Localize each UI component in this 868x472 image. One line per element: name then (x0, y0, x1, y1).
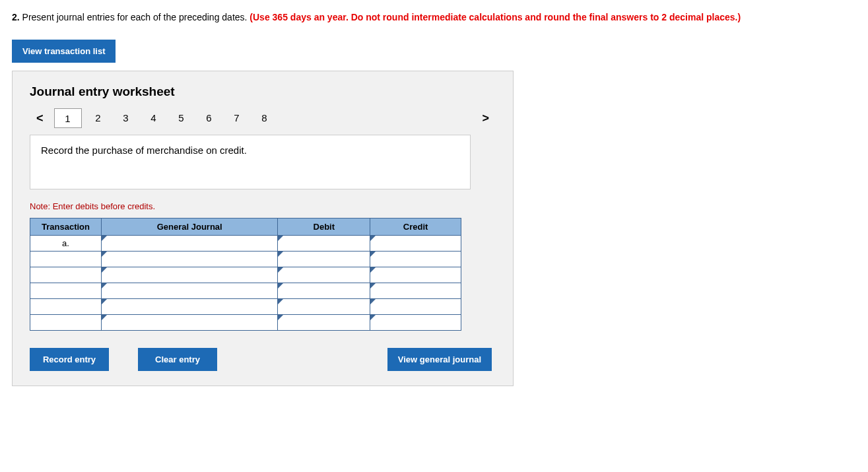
cell-general-journal[interactable] (101, 252, 278, 267)
pager-tab-2[interactable]: 2 (84, 108, 112, 128)
col-header-debit: Debit (278, 219, 370, 236)
cell-transaction[interactable] (30, 299, 102, 315)
pager-next-icon[interactable]: > (475, 109, 496, 128)
col-header-credit: Credit (370, 219, 461, 236)
cell-transaction[interactable] (30, 252, 102, 267)
cell-general-journal[interactable] (101, 315, 278, 331)
col-header-transaction: Transaction (30, 219, 102, 236)
pager-tab-4[interactable]: 4 (140, 108, 168, 128)
cell-credit[interactable] (370, 252, 461, 267)
pager-tab-6[interactable]: 6 (195, 108, 223, 128)
cell-credit[interactable] (370, 299, 461, 315)
clear-entry-button[interactable]: Clear entry (138, 348, 217, 371)
cell-credit[interactable] (370, 283, 461, 299)
worksheet-pager: < 12345678 > (30, 108, 496, 128)
cell-credit[interactable] (370, 315, 461, 331)
cell-debit[interactable] (278, 315, 370, 331)
table-row (30, 283, 461, 299)
cell-credit[interactable] (370, 267, 461, 283)
cell-general-journal[interactable] (101, 236, 278, 252)
cell-general-journal[interactable] (101, 267, 278, 283)
cell-credit[interactable] (370, 236, 461, 252)
pager-prev-icon[interactable]: < (30, 109, 50, 128)
pager-tab-3[interactable]: 3 (112, 108, 140, 128)
cell-general-journal[interactable] (101, 283, 278, 299)
cell-debit[interactable] (278, 236, 370, 252)
table-row (30, 252, 461, 267)
entry-description: Record the purchase of merchandise on cr… (30, 135, 471, 189)
table-row: a. (30, 236, 461, 252)
view-transaction-list-button[interactable]: View transaction list (12, 40, 116, 63)
view-general-journal-button[interactable]: View general journal (387, 348, 492, 371)
pager-tab-7[interactable]: 7 (223, 108, 251, 128)
note-text: Note: Enter debits before credits. (30, 201, 496, 211)
record-entry-button[interactable]: Record entry (30, 348, 109, 371)
cell-transaction[interactable]: a. (30, 236, 102, 252)
cell-debit[interactable] (278, 252, 370, 267)
cell-transaction[interactable] (30, 315, 102, 331)
journal-worksheet-panel: Journal entry worksheet < 12345678 > Rec… (12, 71, 514, 386)
question-text: Present journal entries for each of the … (20, 12, 250, 22)
question-prompt: 2. Present journal entries for each of t… (12, 12, 830, 22)
cell-transaction[interactable] (30, 267, 102, 283)
table-row (30, 299, 461, 315)
question-number: 2. (12, 12, 20, 22)
cell-debit[interactable] (278, 283, 370, 299)
table-row (30, 315, 461, 331)
worksheet-title: Journal entry worksheet (30, 84, 496, 99)
question-instruction: (Use 365 days an year. Do not round inte… (250, 12, 741, 22)
col-header-general-journal: General Journal (101, 219, 278, 236)
pager-tab-8[interactable]: 8 (251, 108, 279, 128)
worksheet-actions: Record entry Clear entry View general jo… (30, 348, 492, 371)
journal-entry-table: Transaction General Journal Debit Credit… (30, 218, 461, 331)
cell-debit[interactable] (278, 267, 370, 283)
cell-debit[interactable] (278, 299, 370, 315)
pager-tab-1[interactable]: 1 (54, 108, 82, 128)
cell-general-journal[interactable] (101, 299, 278, 315)
table-row (30, 267, 461, 283)
pager-tab-5[interactable]: 5 (168, 108, 195, 128)
cell-transaction[interactable] (30, 283, 102, 299)
